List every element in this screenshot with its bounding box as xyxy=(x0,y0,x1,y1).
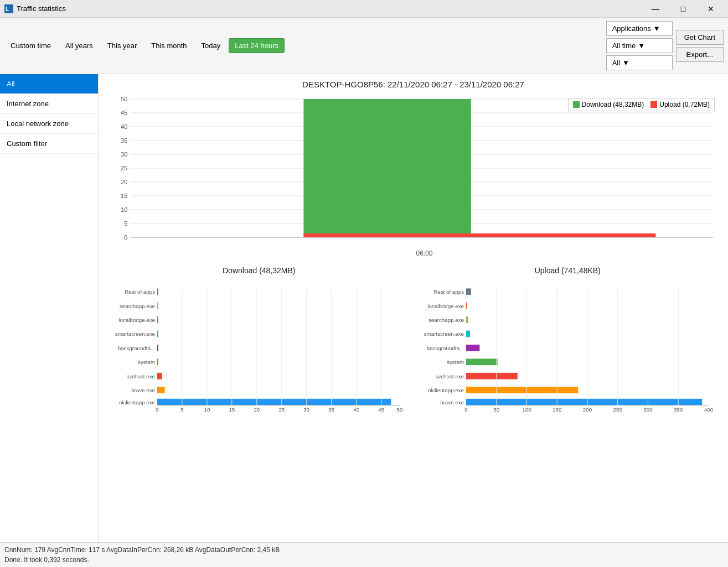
svg-text:smartscreen.exe: smartscreen.exe xyxy=(115,331,155,337)
svg-text:20: 20 xyxy=(121,179,128,185)
upload-legend-label: Upload (0,72MB) xyxy=(659,101,710,108)
main-chart-wrapper: 50 45 40 35 30 25 20 15 10 5 0 xyxy=(107,93,719,257)
svg-text:searchapp.exe: searchapp.exe xyxy=(428,317,463,323)
custom-time-button[interactable]: Custom time xyxy=(4,38,57,53)
this-month-button[interactable]: This month xyxy=(145,38,193,53)
svg-text:searchapp.exe: searchapp.exe xyxy=(120,303,155,309)
svg-text:30: 30 xyxy=(121,151,128,158)
today-button[interactable]: Today xyxy=(195,38,227,53)
svg-text:200: 200 xyxy=(582,407,592,412)
action-buttons: Get Chart Export... xyxy=(676,30,724,62)
sidebar: All Internet zone Local network zone Cus… xyxy=(0,74,99,542)
svg-text:backgroundta...: backgroundta... xyxy=(118,345,155,351)
svg-text:Rest of apps: Rest of apps xyxy=(125,289,155,295)
title-bar: L Traffic statistics — □ ✕ xyxy=(0,0,728,18)
svg-text:50: 50 xyxy=(397,407,403,412)
upload-chart-title: Upload (741,48KB) xyxy=(416,266,720,275)
window-controls: — □ ✕ xyxy=(643,1,724,17)
svg-rect-80 xyxy=(466,358,497,365)
svg-text:15: 15 xyxy=(121,193,128,199)
main-chart-svg: 50 45 40 35 30 25 20 15 10 5 0 xyxy=(107,93,719,248)
svg-text:nlclientapp.exe: nlclientapp.exe xyxy=(427,387,463,393)
svg-text:system: system xyxy=(447,359,464,365)
content-area: All Internet zone Local network zone Cus… xyxy=(0,74,728,542)
svg-rect-41 xyxy=(157,358,158,365)
svg-rect-78 xyxy=(466,331,469,337)
svg-text:25: 25 xyxy=(278,407,285,412)
sidebar-item-custom[interactable]: Custom filter xyxy=(0,134,98,154)
svg-rect-43 xyxy=(157,387,165,393)
toolbar-right: Applications ▼ All time ▼ All ▼ Get Char… xyxy=(606,21,724,70)
download-legend-color xyxy=(573,101,580,108)
svg-text:50: 50 xyxy=(121,96,128,102)
svg-text:10: 10 xyxy=(204,407,210,412)
svg-rect-36 xyxy=(157,288,158,295)
download-legend-label: Download (48,32MB) xyxy=(582,101,644,108)
svg-rect-76 xyxy=(466,303,467,309)
chart-x-label: 06:00 xyxy=(107,249,719,257)
applications-dropdown[interactable]: Applications ▼ xyxy=(606,21,673,36)
window-title: Traffic statistics xyxy=(17,4,643,13)
close-button[interactable]: ✕ xyxy=(698,1,724,17)
svg-rect-25 xyxy=(303,233,655,237)
svg-text:5: 5 xyxy=(124,220,127,227)
svg-text:smartscreen.exe: smartscreen.exe xyxy=(424,331,463,337)
all-time-dropdown[interactable]: All time ▼ xyxy=(606,38,673,53)
svg-rect-83 xyxy=(466,399,701,405)
minimize-button[interactable]: — xyxy=(643,1,668,17)
svg-text:30: 30 xyxy=(303,407,309,412)
svg-rect-40 xyxy=(157,345,158,351)
svg-text:350: 350 xyxy=(674,407,683,412)
svg-text:svchost.exe: svchost.exe xyxy=(435,373,464,379)
svg-text:40: 40 xyxy=(121,123,128,130)
svg-text:35: 35 xyxy=(121,137,128,144)
sidebar-item-local[interactable]: Local network zone xyxy=(0,114,98,134)
sidebar-item-all[interactable]: All xyxy=(0,74,98,94)
upload-chart-svg: Rest of apps localbridge.exe searchapp.e… xyxy=(416,279,720,412)
svg-text:20: 20 xyxy=(254,407,260,412)
svg-rect-77 xyxy=(466,316,468,323)
svg-text:10: 10 xyxy=(121,206,128,213)
svg-rect-44 xyxy=(157,399,391,405)
svg-text:0: 0 xyxy=(124,234,127,241)
maximize-button[interactable]: □ xyxy=(670,1,696,17)
download-chart: Download (48,32MB) Rest of apps searchap… xyxy=(107,266,411,412)
svg-text:svchost.exe: svchost.exe xyxy=(126,373,155,379)
dropdowns-group: Applications ▼ All time ▼ All ▼ xyxy=(606,21,673,70)
svg-rect-82 xyxy=(466,387,577,393)
svg-rect-42 xyxy=(157,373,162,379)
svg-text:150: 150 xyxy=(553,407,562,412)
svg-text:100: 100 xyxy=(522,407,531,412)
svg-text:35: 35 xyxy=(328,407,334,412)
sidebar-item-internet[interactable]: Internet zone xyxy=(0,94,98,114)
svg-text:45: 45 xyxy=(378,407,384,412)
svg-rect-75 xyxy=(466,288,471,295)
svg-rect-81 xyxy=(466,373,517,379)
chart-area: DESKTOP-HGO8P56: 22/11/2020 06:27 - 23/1… xyxy=(99,74,728,542)
svg-text:backgroundta...: backgroundta... xyxy=(426,345,463,351)
download-chart-svg: Rest of apps searchapp.exe localbridge.e… xyxy=(107,279,411,412)
svg-rect-39 xyxy=(157,331,158,337)
upload-legend: Upload (0,72MB) xyxy=(650,101,710,108)
get-chart-button[interactable]: Get Chart xyxy=(676,30,724,45)
svg-text:L: L xyxy=(6,6,9,12)
app-icon: L xyxy=(4,4,13,13)
svg-text:localbridge.exe: localbridge.exe xyxy=(427,303,464,309)
export-button[interactable]: Export... xyxy=(676,47,724,62)
this-year-button[interactable]: This year xyxy=(101,38,143,53)
chart-legend: Download (48,32MB) Upload (0,72MB) xyxy=(568,98,715,111)
svg-text:250: 250 xyxy=(613,407,622,412)
svg-text:nlclientapp.exe: nlclientapp.exe xyxy=(119,399,155,405)
done-line: Done. It took 0,392 seconds. xyxy=(4,555,724,565)
bottom-charts: Download (48,32MB) Rest of apps searchap… xyxy=(107,266,719,412)
status-bar: CnnNum: 179 AvgCnnTime: 117 s AvgDataInP… xyxy=(0,542,728,567)
last-24-hours-button[interactable]: Last 24 hours xyxy=(229,38,285,53)
all-years-button[interactable]: All years xyxy=(59,38,99,53)
svg-text:45: 45 xyxy=(121,110,128,116)
all-dropdown[interactable]: All ▼ xyxy=(606,55,673,70)
svg-text:25: 25 xyxy=(121,165,128,171)
toolbar: Custom time All years This year This mon… xyxy=(0,18,728,74)
upload-legend-color xyxy=(650,101,657,108)
svg-text:0: 0 xyxy=(464,407,468,412)
svg-text:300: 300 xyxy=(643,407,653,412)
